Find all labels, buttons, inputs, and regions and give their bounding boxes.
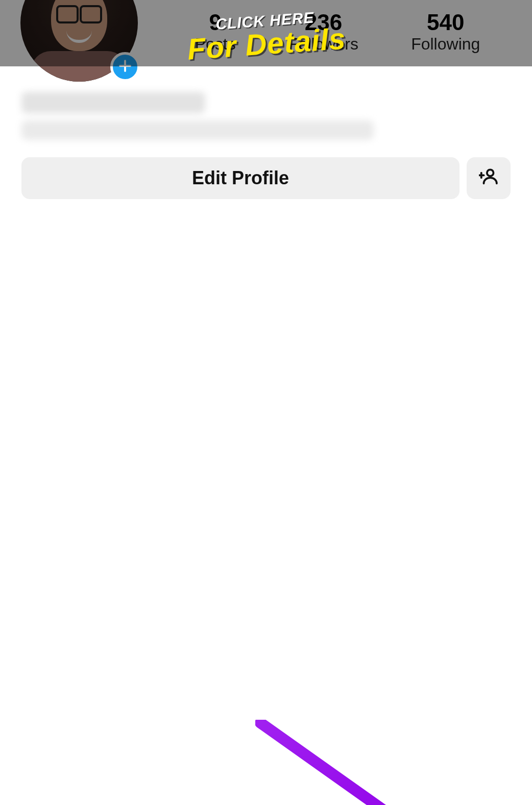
add-story-button[interactable] [110, 52, 140, 82]
stat-following-count: 540 [411, 10, 480, 35]
stat-following[interactable]: 540 Following [411, 10, 480, 54]
discover-people-button[interactable] [467, 157, 511, 199]
profile-bio [0, 82, 532, 140]
avatar-container[interactable] [20, 0, 138, 82]
edit-profile-label: Edit Profile [192, 167, 289, 189]
profile-actions: Edit Profile [0, 140, 532, 199]
profile-display-name-blurred [21, 92, 205, 113]
svg-point-2 [487, 169, 494, 176]
add-person-icon [479, 166, 498, 190]
annotation-arrow [255, 720, 470, 805]
profile-bio-text-blurred [21, 120, 374, 140]
plus-icon [117, 58, 133, 76]
stat-following-label: Following [411, 35, 480, 54]
edit-profile-button[interactable]: Edit Profile [21, 157, 460, 199]
